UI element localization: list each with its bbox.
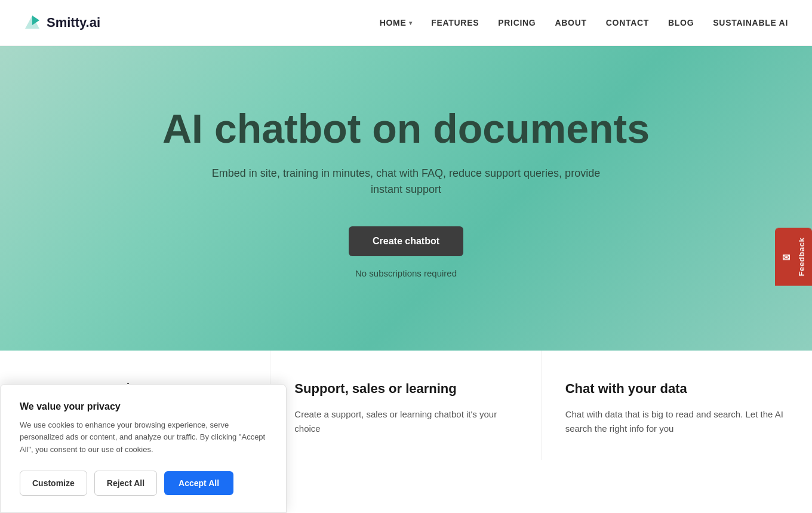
cookie-desc: We use cookies to enhance your browsing …	[20, 419, 267, 456]
feedback-label: Feedback	[797, 237, 806, 276]
nav-item-sustainable[interactable]: SUSTAINABLE AI	[713, 18, 788, 27]
nav-item-contact[interactable]: CONTACT	[606, 18, 649, 27]
feature-desc-3: Chat with data that is big to read and s…	[565, 407, 788, 436]
feature-desc-2: Create a support, sales or learning chat…	[294, 407, 516, 436]
cookie-title: We value your privacy	[20, 401, 267, 412]
nav-links: HOME ▾ FEATURES PRICING ABOUT CONTACT BL…	[380, 17, 788, 28]
accept-all-button[interactable]: Accept All	[164, 471, 233, 495]
nav-item-home[interactable]: HOME ▾	[380, 18, 413, 27]
nav-item-blog[interactable]: BLOG	[668, 18, 694, 27]
create-chatbot-button[interactable]: Create chatbot	[349, 226, 463, 256]
logo-text: Smitty.ai	[47, 15, 100, 30]
hero-title: AI chatbot on documents	[162, 106, 650, 151]
cookie-banner: We value your privacy We use cookies to …	[0, 384, 287, 505]
feedback-tab[interactable]: ✉ Feedback	[775, 228, 812, 285]
feature-card-2: Support, sales or learning Create a supp…	[270, 351, 541, 460]
nav-item-pricing[interactable]: PRICING	[498, 18, 536, 27]
feature-title-2: Support, sales or learning	[294, 380, 516, 398]
hero-subtitle: Embed in site, training in minutes, chat…	[197, 165, 615, 198]
logo-icon	[24, 14, 41, 31]
reject-all-button[interactable]: Reject All	[94, 471, 157, 496]
logo-link[interactable]: Smitty.ai	[24, 14, 100, 31]
hero-section: AI chatbot on documents Embed in site, t…	[0, 46, 812, 351]
feature-title-3: Chat with your data	[565, 380, 788, 398]
chevron-down-icon: ▾	[409, 20, 413, 26]
cookie-buttons: Customize Reject All Accept All	[20, 471, 267, 496]
hero-note: No subscriptions required	[355, 268, 457, 278]
feature-card-3: Chat with your data Chat with data that …	[542, 351, 812, 460]
nav-item-about[interactable]: ABOUT	[555, 18, 586, 27]
navbar: Smitty.ai HOME ▾ FEATURES PRICING ABOUT …	[0, 0, 812, 46]
nav-item-features[interactable]: FEATURES	[431, 18, 479, 27]
feedback-icon: ✉	[781, 251, 792, 263]
customize-button[interactable]: Customize	[20, 471, 87, 496]
